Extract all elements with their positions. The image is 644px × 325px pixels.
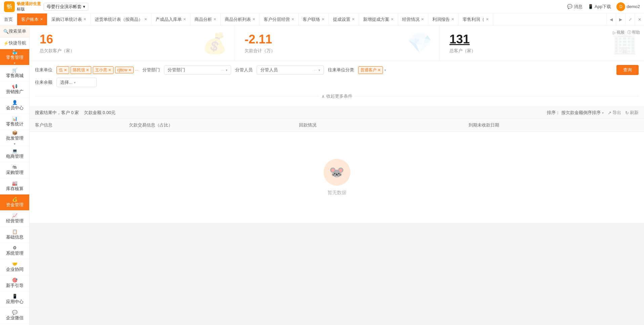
- data-table: 客户信息 欠款交易信息（占比） 回款情况 到期未收款日期 🐭 暂无数据: [30, 119, 644, 223]
- purchase-order-stats-label: 采购订单统计表: [51, 16, 82, 23]
- message-label: 消息: [574, 4, 583, 10]
- sidebar-item-operations[interactable]: 📈 经营管理: [0, 211, 29, 227]
- tab-promotion-settings[interactable]: 提成设置 ✕: [329, 13, 359, 25]
- chevron-down-icon: ▾: [14, 61, 15, 65]
- sort-selector[interactable]: 排序： 按欠款金额倒序排序 ▾: [547, 110, 604, 116]
- sidebar-item-search[interactable]: 🔍 搜索菜单: [0, 26, 29, 37]
- balance-select[interactable]: 选择... ▾: [56, 78, 97, 87]
- sidebar-item-finance[interactable]: 💰 资金管理: [0, 194, 29, 211]
- sidebar-item-purchase[interactable]: 🛍 采购管理: [0, 162, 29, 178]
- store-selector[interactable]: 母婴行业演示帐套 ▾: [44, 3, 88, 11]
- tab-close-icon[interactable]: ✕: [40, 17, 43, 22]
- tab-customer-accounts[interactable]: 客户账本 ✕: [17, 13, 47, 25]
- tab-close-icon[interactable]: ✕: [352, 17, 355, 22]
- dept-select[interactable]: 分管部门 ⋯ ▾: [164, 65, 231, 75]
- sidebar-item-basics[interactable]: 📋 基础信息: [0, 227, 29, 243]
- video-button[interactable]: ▷ 视频: [613, 30, 625, 35]
- sidebar-item-marketing[interactable]: 📢 营销推广: [0, 81, 29, 98]
- inbound-stats-label: 进货单统计表（按商品）: [95, 16, 143, 23]
- nav-tabs: 首页 客户账本 ✕ 采购订单统计表 ✕ 进货单统计表（按商品） ✕ 产成品入库单…: [0, 13, 644, 26]
- sidebar-item-enterprise-agreement[interactable]: 🤝 企业协同: [0, 259, 29, 275]
- sidebar-item-enterprise-wechat[interactable]: 💬 企业微信: [0, 308, 29, 324]
- nav-expand-button[interactable]: ⤢: [625, 13, 635, 26]
- collapse-button[interactable]: ∧ 收起更多条件: [321, 91, 352, 101]
- tab-new-promotion[interactable]: 新增提成方案 ✕: [359, 13, 398, 25]
- tab-close-icon[interactable]: ✕: [144, 17, 147, 22]
- person-select[interactable]: 分管人员 ⋯ ▾: [257, 65, 324, 75]
- tab-product-analysis[interactable]: 商品分析 ✕: [190, 13, 221, 25]
- export-label: 导出: [612, 110, 621, 116]
- tab-product-analysis-list[interactable]: 商品分析列表 ✕: [221, 13, 260, 25]
- sidebar-item-retail-mall[interactable]: 🛒 零售商城: [0, 65, 29, 81]
- tab-retail-profit[interactable]: 零售利润（ ✕: [459, 13, 493, 25]
- app-download-button[interactable]: 📱 App下载: [588, 4, 611, 10]
- results-bar: 搜索结果中，客户 0 家 欠款金额 0.00元 排序： 按欠款金额倒序排序 ▾ …: [30, 107, 644, 119]
- tag-close-icon[interactable]: ✕: [128, 68, 131, 72]
- tab-home[interactable]: 首页: [0, 13, 17, 25]
- filter-tag-1: 伍 ✕: [56, 66, 69, 74]
- filter-more-button[interactable]: ···: [135, 68, 138, 72]
- tab-inbound-stats[interactable]: 进货单统计表（按商品） ✕: [91, 13, 152, 25]
- customer-accounts-tab-label: 客户账本: [21, 16, 39, 23]
- sidebar-item-ecommerce[interactable]: 💻 电商管理: [0, 146, 29, 162]
- tab-close-icon[interactable]: ✕: [321, 17, 325, 22]
- tab-close-icon[interactable]: ✕: [391, 17, 394, 22]
- tab-close-icon[interactable]: ✕: [252, 17, 255, 22]
- warehouse-icon: 🏭: [12, 181, 17, 186]
- wechat-icon: 💬: [12, 310, 17, 315]
- tab-close-icon[interactable]: ✕: [83, 17, 86, 22]
- sidebar-item-retail-stats[interactable]: 📊 零售统计: [0, 114, 29, 130]
- sidebar-item-retail[interactable]: 🏪 零售管理 ▾: [0, 49, 29, 65]
- user-profile[interactable]: D demo2: [616, 2, 640, 11]
- chevron-up-icon: ∧: [321, 94, 325, 99]
- tab-customer-contact[interactable]: 客户联络 ✕: [299, 13, 329, 25]
- tag-close-icon[interactable]: ✕: [86, 68, 89, 72]
- customer-contact-label: 客户联络: [303, 16, 320, 23]
- tab-purchase-order-stats[interactable]: 采购订单统计表 ✕: [47, 13, 91, 25]
- sidebar-item-vip-member[interactable]: ⭐ 畅会员: [0, 324, 29, 325]
- filter-tag-4: cjttcw ✕: [115, 67, 134, 73]
- tab-close-icon[interactable]: ✕: [451, 17, 454, 22]
- tag-close-icon[interactable]: ✕: [64, 68, 67, 72]
- sidebar-item-app-center[interactable]: 📱 应用中心: [0, 291, 29, 308]
- avatar: D: [616, 2, 625, 11]
- box-icon: 📦: [12, 130, 17, 135]
- help-button[interactable]: ⓘ 帮助: [627, 30, 640, 35]
- sidebar-item-wholesale[interactable]: 📦 批发管理 ▾: [0, 130, 29, 146]
- tab-close-icon[interactable]: ✕: [486, 17, 489, 22]
- money-icon: 💰: [12, 197, 17, 202]
- gear-icon: ⚙: [13, 245, 17, 250]
- main-layout: 🔍 搜索菜单 ⚡ 快捷导航 🏪 零售管理 ▾ 🛒 零售商城 📢 营销推广 👤 会…: [0, 26, 644, 325]
- tab-customer-segment[interactable]: 客户分层经营 ✕: [260, 13, 299, 25]
- person-placeholder: 分管人员: [260, 67, 278, 73]
- nav-prev-button[interactable]: ◀: [606, 13, 616, 26]
- sidebar-item-member[interactable]: 👤 会员中心: [0, 98, 29, 114]
- balance-filter-label: 往来余额: [35, 79, 52, 85]
- sidebar-item-inventory[interactable]: 🏭 库存核算: [0, 178, 29, 194]
- sidebar-item-quick-nav[interactable]: ⚡ 快捷导航: [0, 37, 29, 49]
- tab-close-icon[interactable]: ✕: [183, 17, 186, 22]
- trending-icon: 📈: [12, 213, 17, 218]
- export-button[interactable]: ↗ 导出: [608, 110, 621, 116]
- query-button[interactable]: 查询: [616, 65, 639, 75]
- sidebar-item-system[interactable]: ⚙ 系统管理: [0, 243, 29, 259]
- tab-close-icon[interactable]: ✕: [291, 17, 294, 22]
- message-button[interactable]: 💬 消息: [567, 4, 583, 10]
- list-icon: 📋: [12, 229, 17, 234]
- promotion-settings-label: 提成设置: [333, 16, 350, 23]
- tab-profit-report[interactable]: 利润报告 ✕: [428, 13, 459, 25]
- tab-close-icon[interactable]: ✕: [421, 17, 424, 22]
- chevron-down-icon: ▾: [384, 68, 386, 72]
- tab-business-status[interactable]: 经营情况 ✕: [398, 13, 428, 25]
- nav-close-all-button[interactable]: ✕: [635, 13, 644, 26]
- sidebar-item-newbie-guide[interactable]: 🎯 新手引导: [0, 275, 29, 291]
- tag-label: 王小亮: [95, 67, 107, 73]
- tab-production-inbound[interactable]: 产成品入库单 ✕: [152, 13, 190, 25]
- tag-close-icon[interactable]: ✕: [378, 68, 381, 72]
- refresh-button[interactable]: ↻ 刷新: [625, 110, 639, 116]
- tag-close-icon[interactable]: ✕: [108, 68, 111, 72]
- empty-state-icon: 🐭: [324, 159, 350, 186]
- tab-close-icon[interactable]: ✕: [213, 17, 216, 22]
- filter-row-1: 往来单位 伍 ✕ 陈民强 ✕ 王小亮 ✕ cjttcw: [35, 65, 639, 75]
- nav-next-button[interactable]: ▶: [616, 13, 625, 26]
